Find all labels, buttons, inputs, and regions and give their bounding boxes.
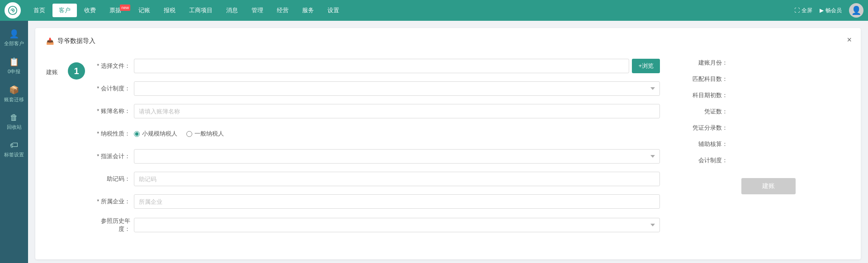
sidebar-item-all-customers[interactable]: 👤 全部客户 [2,25,26,51]
nav-item-messages[interactable]: 消息 [220,4,244,17]
accounting-system-row: * 会计制度： 小企业会计准则 企业会计准则 行政事业单位 [94,81,660,96]
file-select-label: * 选择文件： [94,62,130,70]
build-account-button[interactable]: 建账 [741,178,796,194]
tax-general-option[interactable]: 一般纳税人 [186,130,224,138]
nav-item-fees[interactable]: 收费 [78,4,102,17]
match-subjects-label: 匹配科目数： [687,75,728,83]
nav-item-home[interactable]: 首页 [27,4,52,17]
tax-small-option[interactable]: 小规模纳税人 [134,130,177,138]
period-init-row: 科目期初数： [687,91,850,99]
top-navigation: 首页 客户 收费 票据 new 记账 报税 工商项目 消息 管理 经营 服务 设… [0,0,868,21]
affiliated-enterprise-input[interactable] [134,194,660,209]
tax-small-label: 小规模纳税人 [142,130,177,138]
migration-icon: 📦 [9,85,19,95]
sidebar-item-recycle[interactable]: 🗑 回收站 [2,109,26,134]
avatar-icon: 👤 [851,5,861,15]
nav-item-management[interactable]: 管理 [245,4,270,17]
import-panel: 📥 导爷数据导入 × 建账 1 * 选择文 [35,28,861,259]
sidebar-item-account-migration[interactable]: 📦 账套迁移 [2,81,26,107]
sidebar-item-zero-declare[interactable]: 📋 0申报 [2,53,26,79]
ref-year-row: 参照历史年度： [94,217,660,233]
panel-title: 📥 导爷数据导入 [46,37,850,45]
auxiliary-label: 辅助核算： [687,140,728,148]
nav-item-tax[interactable]: 报税 [157,4,182,17]
nav-item-bookkeeping[interactable]: 记账 [132,4,157,17]
sidebar-item-tag-settings[interactable]: 🏷 标签设置 [2,137,26,162]
file-select-row: * 选择文件： +浏览 [94,59,660,73]
nav-item-tickets[interactable]: 票据 new [103,4,131,17]
main-layout: 👤 全部客户 📋 0申报 📦 账套迁移 🗑 回收站 🏷 标签设置 📥 导爷数据导… [0,21,868,263]
tax-general-label: 一般纳税人 [194,130,224,138]
affiliated-enterprise-row: * 所属企业： [94,194,660,209]
tax-type-radio-group: 小规模纳税人 一般纳税人 [134,127,660,141]
form-left-section: 建账 1 * 选择文件： +浏览 [46,59,678,241]
nav-right-actions: ⛶ 全屏 ▶ 畅会员 👤 [794,3,863,18]
build-month-row: 建账月份： [687,59,850,67]
nav-item-business[interactable]: 工商项目 [183,4,219,17]
svg-point-1 [12,9,14,11]
period-init-label: 科目期初数： [687,91,728,99]
member-button[interactable]: ▶ 畅会员 [820,7,842,14]
tax-general-radio[interactable] [186,131,192,137]
main-content: 📥 导爷数据导入 × 建账 1 * 选择文 [28,21,868,263]
file-input[interactable] [134,59,629,73]
affiliated-enterprise-label: * 所属企业： [94,197,130,206]
assign-accountant-row: * 指派会计： [94,149,660,164]
ledger-name-row: * 账簿名称： [94,104,660,118]
nav-items: 首页 客户 收费 票据 new 记账 报税 工商项目 消息 管理 经营 服务 设… [27,4,794,17]
voucher-count-label: 凭证数： [687,108,728,116]
auxiliary-row: 辅助核算： [687,140,850,148]
fullscreen-icon: ⛶ [794,7,800,14]
step-section: 建账 1 * 选择文件： +浏览 [46,59,660,241]
tax-type-row: * 纳税性质： 小规模纳税人 一般纳税人 [94,127,660,141]
memo-code-input[interactable] [134,172,660,186]
tag-icon: 🏷 [10,141,18,150]
form-right-section: 建账月份： 匹配科目数： 科目期初数： 凭证数： [678,59,850,241]
new-badge: new [120,5,130,11]
voucher-entries-row: 凭证分录数： [687,124,850,132]
browse-button[interactable]: +浏览 [632,59,660,73]
app-logo[interactable] [5,2,21,19]
ledger-name-label: * 账簿名称： [94,107,130,115]
nav-item-settings[interactable]: 设置 [321,4,346,17]
nav-item-services[interactable]: 服务 [296,4,320,17]
form-fields: * 选择文件： +浏览 * 会计制度： [94,59,660,241]
right-accounting-system-label: 会计制度： [687,156,728,164]
import-icon: 📥 [46,38,54,45]
left-sidebar: 👤 全部客户 📋 0申报 📦 账套迁移 🗑 回收站 🏷 标签设置 [0,21,28,263]
user-avatar[interactable]: 👤 [849,3,863,18]
accounting-system-label: * 会计制度： [94,85,130,93]
form-layout: 建账 1 * 选择文件： +浏览 [46,59,850,241]
voucher-count-row: 凭证数： [687,108,850,116]
ref-year-label: 参照历史年度： [94,217,130,233]
match-subjects-row: 匹配科目数： [687,75,850,83]
build-month-label: 建账月份： [687,59,728,67]
tax-type-label: * 纳税性质： [94,130,130,138]
ledger-name-input[interactable] [134,104,660,118]
right-accounting-system-row: 会计制度： [687,156,850,164]
tax-small-radio[interactable] [134,131,140,137]
nav-item-customers[interactable]: 客户 [52,4,77,17]
ref-year-select[interactable] [134,218,660,232]
assign-accountant-select[interactable] [134,149,660,164]
memo-code-label: 助记码： [94,175,130,183]
file-input-group: +浏览 [134,59,660,73]
accounting-system-select[interactable]: 小企业会计准则 企业会计准则 行政事业单位 [134,81,660,96]
memo-code-row: 助记码： [94,172,660,186]
recycle-icon: 🗑 [10,113,18,122]
assign-accountant-label: * 指派会计： [94,152,130,160]
member-icon: ▶ [820,7,824,14]
step-label: 建账 [46,68,58,76]
all-customers-icon: 👤 [9,29,19,39]
fullscreen-button[interactable]: ⛶ 全屏 [794,7,812,14]
nav-item-operations[interactable]: 经营 [270,4,295,17]
zero-declare-icon: 📋 [9,57,19,67]
step-badge: 1 [68,62,85,80]
close-button[interactable]: × [847,35,852,45]
voucher-entries-label: 凭证分录数： [687,124,728,132]
